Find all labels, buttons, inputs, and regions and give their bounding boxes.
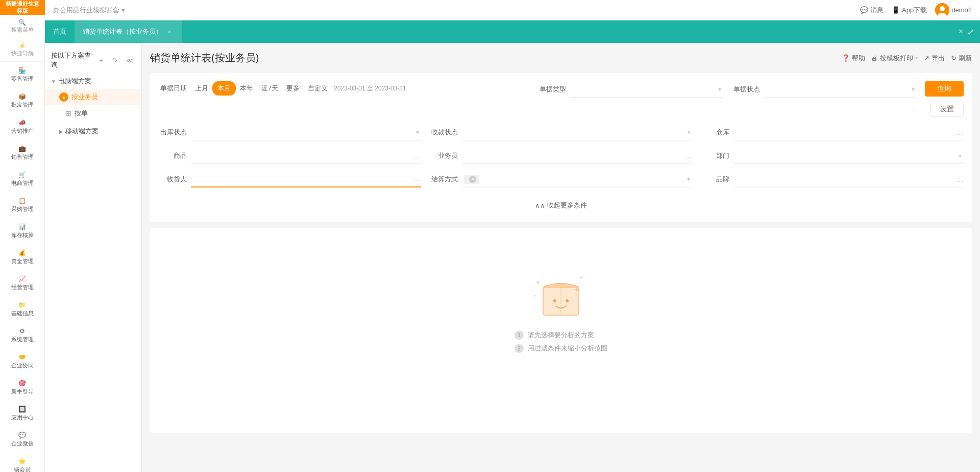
refresh-icon: ↻ [951,54,957,62]
receiver-dots[interactable]: … [413,174,421,183]
dept-select[interactable]: ▾ [733,148,964,164]
date-range-text: 2023-03-01 至 2023-03-31 [334,84,406,93]
date-tab-last7[interactable]: 近7天 [257,81,282,96]
receipt-status-select[interactable]: ▾ [462,124,692,140]
wechat-icon: 💬 [18,432,26,439]
tab-sales-stats[interactable]: 销货单统计表（按业务员） × [75,20,182,43]
operation-icon: 📈 [18,275,26,282]
sidebar-item-inventory[interactable]: 📊 库存核算 [0,218,44,244]
collapse-panel-button[interactable]: ≪ [124,55,135,66]
staff-label: 业务员 [429,151,458,160]
sidebar-item-finance[interactable]: 💰 资金管理 [0,244,44,270]
topbar: 办公用品行业模拟账套 ▾ 💬 消息 📱 App下载 demo2 [45,0,980,20]
goods-input[interactable] [191,152,411,159]
sidebar-item-newbie[interactable]: 🎯 新手引导 [0,374,44,400]
page-title-row: 销货单统计表(按业务员) ❓ 帮助 🖨 按模板打印 ▾ ↗ 导出 [150,51,972,65]
empty-tip-1: 1 请先选择要分析的方案 [514,331,607,340]
export-button[interactable]: ↗ 导出 [924,54,945,63]
date-tab-custom[interactable]: 自定义 [304,81,332,96]
panel-section-desktop-header[interactable]: ▼ 电脑端方案 [45,74,141,89]
brand-input[interactable] [733,175,953,183]
svg-text:✦: ✦ [535,279,541,286]
finance-icon: 💰 [18,249,26,256]
sidebar-item-vip[interactable]: ⭐ 畅会员 [0,453,44,472]
panel-section-mobile-header[interactable]: ▶ 移动端方案 [45,124,141,139]
setting-button[interactable]: 设置 [930,102,964,117]
logo-text: 畅捷通好生意 标版 [6,0,39,15]
template-print-button[interactable]: 🖨 按模板打印 ▾ [871,54,918,63]
download-icon: 📱 [892,6,900,14]
sidebar-quick-nav[interactable]: ⚡ 快捷导航 [0,38,44,62]
svg-text:✦: ✦ [579,275,583,280]
sidebar-item-retail[interactable]: 🏪 零售管理 [0,62,44,88]
staff-dots[interactable]: … [684,151,693,160]
warehouse-dots[interactable]: … [955,128,964,137]
receiver-input[interactable] [191,175,411,183]
user-avatar[interactable]: demo2 [935,3,972,17]
settlement-tag-close[interactable]: × [469,176,476,183]
left-panel-header: 按以下方案查询 + ✎ ≪ [45,49,141,74]
doc-type-select[interactable]: ▾ [570,81,723,98]
section-arrow-collapsed-icon: ▶ [59,129,63,134]
export-icon: ↗ [924,54,929,62]
receiver-label: 收货人 [158,175,187,184]
window-maximize-icon[interactable]: ⤢ [967,27,974,37]
quick-icon: ⚡ [0,42,44,50]
panel-item-by-staff[interactable]: ● 按业务员 [45,89,141,105]
sidebar-item-wholesale[interactable]: 📦 批发管理 [0,88,44,114]
brand-dots[interactable]: … [955,175,964,184]
topbar-dropdown-icon[interactable]: ▾ [121,6,125,14]
sidebar-item-operation[interactable]: 📈 经营管理 [0,270,44,296]
query-button[interactable]: 查询 [925,81,964,97]
filter-row-2: 出库状态 ▾ 收款状态 ▾ 仓库 [158,124,964,140]
sidebar-item-appstore[interactable]: 🔲 应用中心 [0,400,44,427]
refresh-button[interactable]: ↻ 刷新 [951,54,972,63]
date-tab-last-month[interactable]: 上月 [191,81,212,96]
doc-status-select[interactable]: ▾ [764,81,917,98]
tab-home[interactable]: 首页 [45,20,75,43]
warehouse-label: 仓库 [701,128,729,137]
sidebar-search[interactable]: 🔍 搜索菜单 [0,15,44,38]
dept-label: 部门 [701,151,729,160]
sidebar-item-basic[interactable]: 📁 基础信息 [0,296,44,322]
panel-item-by-order[interactable]: ⊞ 按单 [45,105,141,122]
doc-type-dropdown-icon: ▾ [718,86,721,93]
left-panel-actions: + ✎ ≪ [95,55,135,66]
warehouse-input[interactable] [733,128,953,136]
help-button[interactable]: ❓ 帮助 [842,54,865,63]
receiver-input-wrap: … [191,171,421,187]
doc-status-label: 单据状态 [731,85,760,94]
message-button[interactable]: 💬 消息 [860,6,884,15]
tab-close-icon[interactable]: × [165,28,174,36]
date-tab-this-month[interactable]: 本月 [212,81,236,96]
sidebar-item-ecommerce[interactable]: 🛒 电商管理 [0,166,44,192]
collapse-button[interactable]: ∧∧ 收起更多条件 [529,199,593,212]
collapse-row: ∧∧ 收起更多条件 [158,195,964,214]
add-scheme-button[interactable]: + [95,55,107,66]
settlement-item: 结算方式 × ▾ [429,171,692,187]
receipt-status-label: 收款状态 [429,128,458,137]
inventory-icon: 📊 [18,223,26,230]
svg-point-1 [940,6,945,11]
app-download-button[interactable]: 📱 App下载 [892,6,927,15]
filter-area: 单据日期 上月 本月 本年 近7天 更多 自定义 2023-03-01 至 20… [150,73,972,222]
edit-scheme-button[interactable]: ✎ [110,55,121,66]
window-close-icon[interactable]: × [959,27,963,36]
goods-dots[interactable]: … [413,151,421,160]
sidebar-item-system[interactable]: ⚙ 系统管理 [0,322,44,348]
panel-section-desktop: ▼ 电脑端方案 ● 按业务员 ⊞ 按单 [45,74,141,122]
dept-item: 部门 ▾ [701,148,964,164]
date-tab-more[interactable]: 更多 [282,81,304,96]
doc-type-label: 单据类型 [537,85,566,94]
sidebar-item-wechat[interactable]: 💬 企业微信 [0,427,44,453]
sidebar-item-marketing[interactable]: 📣 营销推广 [0,114,44,140]
staff-input[interactable] [462,152,682,159]
out-status-select[interactable]: ▾ [191,124,421,140]
sidebar-item-purchase[interactable]: 📋 采购管理 [0,192,44,218]
date-tab-this-year[interactable]: 本年 [236,81,257,96]
newbie-icon: 🎯 [18,380,26,387]
settlement-input[interactable]: × ▾ [462,171,692,187]
sidebar-item-sales[interactable]: 💼 销售管理 [0,140,44,166]
sidebar-item-corp[interactable]: 🤝 企业协同 [0,348,44,374]
help-icon: ❓ [842,54,850,62]
